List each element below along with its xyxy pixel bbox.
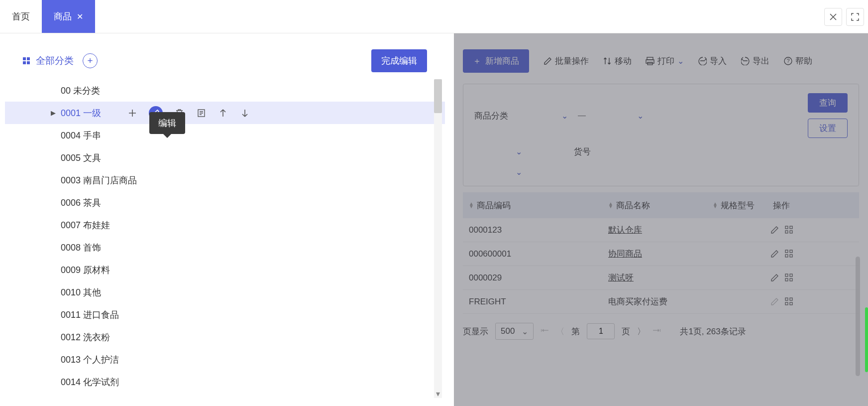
category-tree: 00 未分类▶0001 一级 0004 手串0005 文具0003 南昌门店商品… (5, 79, 445, 398)
tree-item-label: 0005 文具 (61, 152, 101, 164)
import-button[interactable]: 导入 (698, 55, 727, 67)
category-panel: 全部分类 + 完成编辑 00 未分类▶0001 一级 0004 手串0005 文… (5, 38, 445, 402)
plus-icon: ＋ (473, 55, 481, 67)
row-more-icon[interactable] (785, 273, 793, 282)
tree-item-label: 0006 茶具 (61, 197, 101, 209)
tree-move-up-icon[interactable] (217, 108, 228, 119)
add-product-button[interactable]: ＋ 新增商品 (463, 49, 529, 73)
row-more-icon[interactable] (785, 297, 793, 306)
table-scrollbar[interactable] (856, 257, 860, 376)
add-category-button[interactable]: + (83, 53, 98, 68)
batch-action-button[interactable]: 批量操作 (543, 55, 589, 67)
svg-rect-19 (785, 302, 788, 305)
close-all-button[interactable] (824, 8, 842, 26)
chevron-down-icon: ⌄ (677, 56, 684, 66)
export-button[interactable]: 导出 (741, 55, 769, 67)
th-op-label: 操作 (773, 200, 790, 211)
tree-item-label: 0009 原材料 (61, 264, 110, 276)
fullscreen-button[interactable] (846, 8, 864, 26)
svg-rect-8 (790, 231, 792, 233)
scroll-down-icon[interactable]: ▾ (434, 389, 442, 398)
row-edit-icon[interactable] (770, 273, 779, 282)
sort-icon: ▲▼ (608, 202, 613, 208)
tree-item[interactable]: 0010 其他 (5, 281, 445, 303)
expand-icon[interactable]: ▶ (51, 109, 56, 117)
tree-item[interactable]: 0014 化学试剂 (5, 371, 445, 393)
tree-item[interactable]: 0012 洗衣粉 (5, 326, 445, 348)
settings-button[interactable]: 设置 (808, 119, 848, 138)
close-icon[interactable]: ✕ (77, 12, 83, 21)
tree-item[interactable]: 0013 个人护洁 (5, 348, 445, 371)
category-select-1[interactable]: ⌄ (520, 111, 568, 121)
table-header: ▲▼ 商品编码 ▲▼ 商品名称 ▲▼ 规格型号 操作 (463, 192, 859, 218)
product-name-link[interactable]: 协同商品 (608, 249, 642, 259)
sort-icon: ▲▼ (469, 202, 474, 208)
last-page-button[interactable]: ⭲ (652, 326, 661, 336)
svg-rect-0 (647, 57, 653, 60)
tree-item-label: 0003 南昌门店商品 (61, 174, 137, 186)
tree-item-label: 0007 布娃娃 (61, 219, 110, 231)
tree-item[interactable]: 0008 首饰 (5, 236, 445, 259)
tab-home[interactable]: 首页 (0, 0, 42, 33)
row-edit-icon[interactable] (770, 250, 779, 258)
th-name-label: 商品名称 (616, 200, 650, 211)
panel-header: 全部分类 + 完成编辑 (5, 49, 445, 79)
th-spec[interactable]: ▲▼ 规格型号 (707, 200, 757, 211)
next-page-button[interactable]: 〉 (637, 326, 646, 337)
th-name[interactable]: ▲▼ 商品名称 (602, 200, 707, 211)
tree-move-down-icon[interactable] (239, 108, 250, 119)
row-more-icon[interactable] (785, 226, 793, 234)
svg-rect-10 (790, 250, 792, 253)
finish-edit-button[interactable]: 完成编辑 (371, 49, 427, 72)
table-row: 000600001 协同商品 (463, 242, 859, 266)
tree-sort-icon[interactable] (196, 108, 207, 119)
first-page-button[interactable]: ⭰ (541, 326, 549, 336)
tree-item[interactable]: 0007 布娃娃 (5, 214, 445, 236)
move-label: 移动 (615, 55, 632, 67)
th-code[interactable]: ▲▼ 商品编码 (463, 200, 602, 211)
move-button[interactable]: 移动 (603, 55, 632, 67)
page-input[interactable] (587, 323, 615, 339)
move-icon (603, 57, 612, 66)
all-categories-button[interactable]: 全部分类 (23, 54, 74, 67)
tree-item[interactable]: 0006 茶具 (5, 191, 445, 214)
unnamed-select-1[interactable]: ⌄ (474, 147, 522, 156)
scroll-thumb[interactable] (434, 79, 442, 113)
tree-item[interactable]: 0005 文具 (5, 146, 445, 169)
tree-item[interactable]: 00 未分类 (5, 79, 445, 102)
unnamed-select-2[interactable]: ⌄ (474, 167, 522, 177)
svg-rect-17 (785, 298, 788, 300)
cell-name: 测试呀 (602, 272, 707, 283)
tree-item[interactable]: 0011 进口食品 (5, 303, 445, 326)
table-row: 0000123 默认仓库 (463, 218, 859, 242)
tree-add-icon[interactable] (127, 108, 138, 119)
tree-item-label: 0012 洗衣粉 (61, 331, 110, 343)
tree-item[interactable]: 0009 原材料 (5, 259, 445, 281)
query-button[interactable]: 查询 (808, 93, 848, 113)
row-edit-icon[interactable] (770, 226, 779, 234)
main-toolbar: ＋ 新增商品 批量操作 移动 打印 ⌄ 导入 导出 (463, 44, 859, 84)
per-page-select[interactable]: 500 ⌄ (495, 323, 534, 340)
print-button[interactable]: 打印 ⌄ (646, 55, 684, 67)
tree-item-actions (127, 106, 250, 120)
tree-item[interactable]: ▶0001 一级 (5, 102, 445, 124)
tree-item[interactable]: 0003 南昌门店商品 (5, 169, 445, 191)
cell-name: 电商买家付运费 (602, 296, 707, 307)
product-name-link[interactable]: 测试呀 (608, 273, 634, 282)
svg-rect-6 (790, 226, 792, 229)
product-name-link[interactable]: 默认仓库 (608, 225, 642, 235)
help-button[interactable]: ? 帮助 (783, 55, 812, 67)
prev-page-button[interactable]: 〈 (556, 326, 564, 337)
row-more-icon[interactable] (785, 250, 793, 258)
tab-product[interactable]: 商品 ✕ (42, 0, 95, 33)
help-icon: ? (783, 57, 792, 66)
svg-rect-7 (785, 231, 788, 233)
table-row: FREIGHT 电商买家付运费 (463, 290, 859, 314)
tree-item[interactable]: 0004 手串 (5, 124, 445, 146)
scrollbar[interactable]: ▾ (434, 79, 442, 398)
chevron-down-icon: ⌄ (561, 111, 568, 121)
category-select-2[interactable]: ⌄ (596, 111, 644, 121)
table-row: 0000029 测试呀 (463, 266, 859, 290)
cell-op (757, 297, 806, 306)
svg-rect-13 (785, 274, 788, 276)
